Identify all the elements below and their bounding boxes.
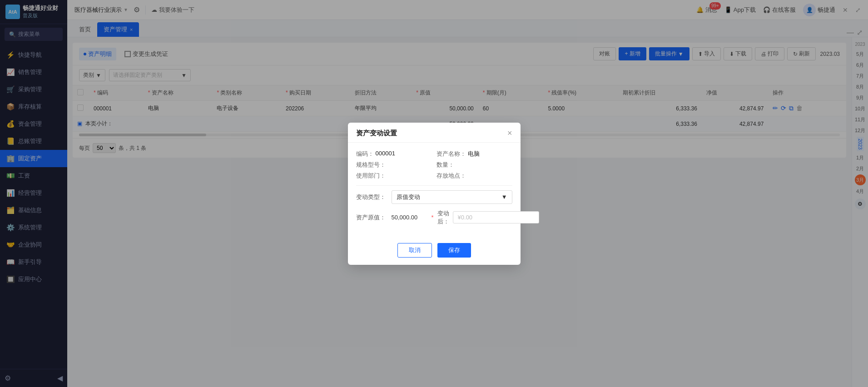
modal-name-field: 资产名称： 电脑 <box>436 150 512 158</box>
modal-storage-field: 存放地点： <box>436 172 512 180</box>
asset-change-modal: 资产变动设置 × 编码： 000001 资产名称： 电脑 规格型号： 数量： <box>348 123 521 265</box>
modal-original-value-label: 资产原值： <box>356 213 388 222</box>
modal-quantity-field: 数量： <box>436 161 512 169</box>
modal-original-value: 50,000.00 <box>392 214 428 221</box>
modal-change-type-field: 变动类型： 原值变动 ▼ <box>356 190 512 204</box>
modal-code-field: 编码： 000001 <box>356 150 432 158</box>
modal-name-value: 电脑 <box>468 150 480 158</box>
modal-close-button[interactable]: × <box>507 129 512 137</box>
modal-body: 编码： 000001 资产名称： 电脑 规格型号： 数量： 使用部门： <box>348 143 521 238</box>
modal-code-value: 000001 <box>376 150 395 158</box>
select-chevron-icon: ▼ <box>501 194 507 200</box>
modal-change-type-select[interactable]: 原值变动 ▼ <box>392 190 512 204</box>
modal-after-label: 变动后： <box>437 209 449 226</box>
modal-spec-field: 规格型号： <box>356 161 432 169</box>
modal-dept-field: 使用部门： <box>356 172 432 180</box>
modal-after-input[interactable] <box>453 211 539 223</box>
modal-overlay: 资产变动设置 × 编码： 000001 资产名称： 电脑 规格型号： 数量： <box>0 0 868 387</box>
modal-change-type-label: 变动类型： <box>356 193 388 201</box>
modal-divider <box>356 185 512 186</box>
save-button[interactable]: 保存 <box>437 243 471 258</box>
modal-header: 资产变动设置 × <box>348 123 521 143</box>
modal-info-grid: 编码： 000001 资产名称： 电脑 规格型号： 数量： 使用部门： <box>356 150 512 180</box>
modal-value-field: 资产原值： 50,000.00 * 变动后： <box>356 209 512 226</box>
modal-footer: 取消 保存 <box>348 238 521 265</box>
cancel-button[interactable]: 取消 <box>397 243 432 258</box>
required-star: * <box>432 214 434 221</box>
modal-title: 资产变动设置 <box>356 129 397 138</box>
